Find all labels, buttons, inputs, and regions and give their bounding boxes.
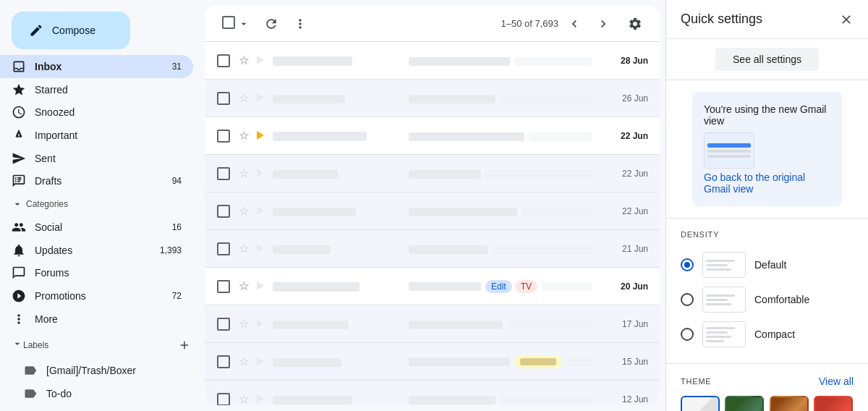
- star-button[interactable]: ☆: [237, 54, 251, 68]
- table-row[interactable]: ☆ 22 Jun: [205, 155, 660, 192]
- email-checkbox[interactable]: [216, 204, 231, 219]
- density-default-icon: [702, 252, 746, 278]
- view-all-themes-link[interactable]: View all: [819, 376, 854, 387]
- drafts-badge: 94: [172, 176, 182, 186]
- more-options-button[interactable]: [287, 12, 313, 35]
- star-button[interactable]: ☆: [237, 166, 251, 181]
- compose-label: Compose: [52, 25, 95, 36]
- density-compact-radio[interactable]: [681, 328, 694, 341]
- email-checkbox[interactable]: [216, 54, 231, 68]
- checkbox-icon: [222, 16, 235, 31]
- table-row[interactable]: ☆ 28 Jun: [205, 42, 660, 80]
- nav-trash-boxer[interactable]: [Gmail]/Trash/Boxer: [0, 360, 193, 383]
- important-marker[interactable]: [257, 206, 267, 217]
- label-icon-trash-boxer: [23, 363, 38, 378]
- labels-title: Labels: [23, 340, 48, 350]
- star-button[interactable]: ☆: [237, 355, 251, 369]
- select-all-button[interactable]: [216, 12, 255, 35]
- email-content: [409, 394, 592, 405]
- categories-label: Categories: [26, 199, 68, 209]
- categories-expand[interactable]: [12, 198, 23, 210]
- theme-swatch-red[interactable]: [814, 396, 853, 411]
- density-default-option[interactable]: Default: [681, 247, 854, 282]
- star-button[interactable]: ☆: [237, 279, 251, 294]
- important-marker[interactable]: [257, 394, 267, 405]
- nav-to-do[interactable]: To-do: [0, 382, 193, 405]
- important-marker[interactable]: [257, 93, 267, 104]
- nav-updates[interactable]: Updates 1,393: [0, 239, 193, 262]
- important-marker[interactable]: [257, 168, 267, 179]
- close-quick-settings-button[interactable]: [839, 12, 854, 27]
- email-checkbox[interactable]: [216, 355, 231, 369]
- prev-page-button[interactable]: [561, 12, 587, 35]
- density-section: DENSITY Default Comfortable: [666, 219, 868, 364]
- nav-important[interactable]: Important: [0, 124, 193, 147]
- email-checkbox[interactable]: [216, 392, 231, 406]
- notice-title: You're using the new Gmail view: [704, 103, 830, 127]
- theme-swatch-forest[interactable]: [725, 396, 764, 411]
- drafts-icon: [12, 174, 26, 188]
- table-row[interactable]: ☆ 26 Jun: [205, 80, 660, 117]
- table-row[interactable]: ☆ Edit TV 20 Jun: [205, 268, 660, 305]
- email-checkbox[interactable]: [216, 279, 231, 294]
- nav-sent[interactable]: Sent: [0, 147, 193, 170]
- settings-button[interactable]: [622, 12, 648, 35]
- nav-inbox[interactable]: Inbox 31: [0, 55, 193, 78]
- compose-button[interactable]: Compose: [12, 12, 130, 49]
- table-row[interactable]: ☆ 15 Jun: [205, 343, 660, 381]
- important-marker[interactable]: [257, 318, 267, 330]
- nav-starred[interactable]: Starred: [0, 78, 193, 101]
- table-row[interactable]: ☆ 12 Jun: [205, 381, 660, 405]
- density-compact-option[interactable]: Compact: [681, 317, 854, 352]
- nav-more[interactable]: More: [0, 308, 193, 331]
- nav-social[interactable]: Social 16: [0, 216, 193, 239]
- important-marker[interactable]: [257, 243, 267, 255]
- email-sender: [273, 55, 403, 67]
- nav-snoozed[interactable]: Snoozed: [0, 101, 193, 124]
- theme-swatch-autumn[interactable]: [770, 396, 809, 411]
- star-button[interactable]: ☆: [237, 392, 251, 406]
- star-button[interactable]: ☆: [237, 317, 251, 331]
- see-all-settings-button[interactable]: See all settings: [715, 48, 819, 71]
- density-default-radio[interactable]: [681, 258, 694, 271]
- email-checkbox[interactable]: [216, 166, 231, 181]
- email-checkbox[interactable]: [216, 317, 231, 331]
- important-marker[interactable]: [257, 130, 267, 142]
- next-page-button[interactable]: [590, 12, 616, 35]
- page-info: 1–50 of 7,693: [501, 12, 616, 35]
- add-label-button[interactable]: [176, 336, 193, 354]
- theme-swatch-light[interactable]: [681, 396, 720, 411]
- quick-settings-title: Quick settings: [681, 12, 839, 27]
- nav-drafts[interactable]: Drafts 94: [0, 169, 193, 192]
- table-row[interactable]: ☆ 21 Jun: [205, 230, 660, 268]
- star-button[interactable]: ☆: [237, 204, 251, 219]
- table-row[interactable]: ☆ 17 Jun: [205, 305, 660, 343]
- density-comfortable-radio[interactable]: [681, 293, 694, 306]
- important-marker[interactable]: [257, 356, 267, 368]
- density-compact-label: Compact: [754, 329, 795, 340]
- email-date: 20 Jun: [597, 281, 648, 292]
- star-button[interactable]: ☆: [237, 242, 251, 256]
- star-button[interactable]: ☆: [237, 91, 251, 106]
- nav-forums[interactable]: Forums: [0, 262, 193, 285]
- go-back-link[interactable]: Go back to the original Gmail view: [704, 171, 830, 195]
- table-row[interactable]: ☆ 22 Jun: [205, 192, 660, 230]
- important-marker[interactable]: [257, 55, 267, 67]
- star-button[interactable]: ☆: [237, 129, 251, 143]
- email-checkbox[interactable]: [216, 91, 231, 106]
- density-compact-icon: [702, 321, 746, 347]
- email-checkbox[interactable]: [216, 242, 231, 256]
- email-checkbox[interactable]: [216, 129, 231, 143]
- theme-header: THEME View all: [681, 376, 854, 387]
- density-comfortable-option[interactable]: Comfortable: [681, 282, 854, 317]
- close-icon: [839, 12, 854, 27]
- email-sender: [273, 168, 403, 179]
- email-content: [409, 93, 592, 104]
- email-date: 22 Jun: [597, 206, 648, 216]
- nav-promotions[interactable]: Promotions 72: [0, 284, 193, 308]
- labels-expand[interactable]: [12, 338, 23, 352]
- important-marker[interactable]: [257, 281, 267, 292]
- refresh-button[interactable]: [258, 12, 284, 35]
- next-icon: [596, 17, 610, 31]
- table-row[interactable]: ☆ 22 Jun: [205, 117, 660, 155]
